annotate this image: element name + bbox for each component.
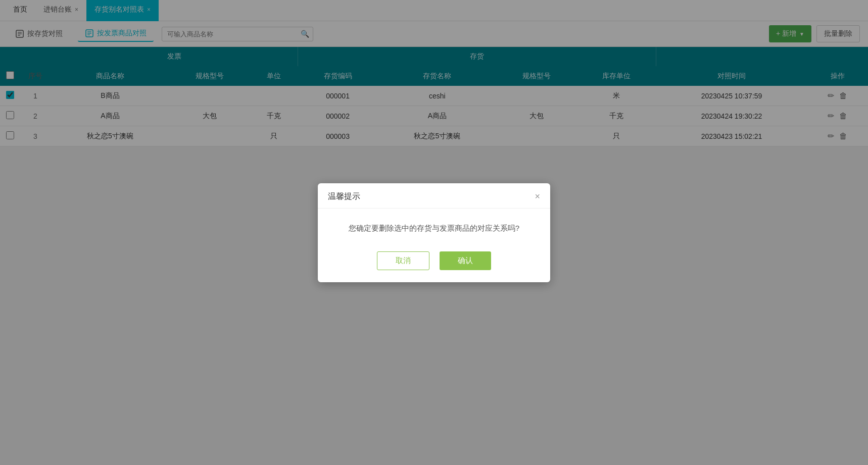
dialog-overlay: 温馨提示 × 您确定要删除选中的存货与发票商品的对应关系吗? 取消 确认 bbox=[0, 0, 868, 146]
